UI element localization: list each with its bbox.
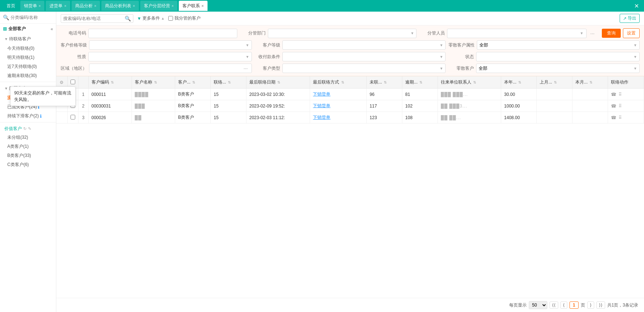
action-contact-icon[interactable]: ☎ [611,104,616,109]
action-contact-icon[interactable]: ☎ [611,115,616,120]
row-checkbox[interactable] [71,115,75,119]
pg-prev-btn[interactable]: ⟨ [560,301,567,309]
sidebar-item-ungrp[interactable]: 未分组(32) [0,133,56,142]
filter-select-region[interactable]: ··· [89,64,252,73]
nav-tab-customer-contact[interactable]: 客户联系 × [179,1,207,11]
col-unit-contact[interactable]: 往来单位联系人 ⇅ [438,76,501,89]
action-more-icon[interactable]: ⠿ [619,104,622,109]
filter-select-retail-attr[interactable]: 全部 ▼ [477,40,640,50]
person-dots-btn[interactable]: ··· [589,31,596,36]
table-row: 3 000026 ██ B类客户 15 2023-02-03 11:12: 下销… [56,112,644,123]
filter-select-status[interactable]: ▼ [476,52,640,61]
sidebar-item-7days[interactable]: 近7天待联络(0) [0,62,56,71]
filter-field-payment: 收付款条件 ▼ [255,52,446,61]
col-this-year[interactable]: 本年... ⇅ [501,76,537,89]
col-code[interactable]: 客户编码 ⇅ [88,76,132,89]
col-overdue[interactable]: 逾期... ⇅ [402,76,438,89]
sidebar-item-c[interactable]: C类客户(6) [0,160,56,169]
action-more-icon[interactable]: ⠿ [619,115,622,120]
filter-select-customer-type[interactable]: ▼ [282,64,446,73]
sidebar-search-container: 🔍 [0,12,56,24]
col-this-month[interactable]: 本月... ⇅ [572,76,608,89]
nav-tab-analysis-close[interactable]: × [94,4,96,8]
filter-search-input[interactable] [63,16,123,21]
filter-label-person: 分管人员 [419,30,445,36]
refresh-icon[interactable]: ↻ [23,126,27,131]
export-button[interactable]: ↗ 导出 [620,14,640,23]
sidebar-item-today[interactable]: 今天待联络(0) [0,44,56,53]
nav-home[interactable]: 首页 [3,3,19,9]
filter-select-payment[interactable]: ▼ [282,52,446,61]
nav-tab-customer-tier-close[interactable]: × [172,4,174,8]
filter-field-retail-attr: 零散客户属性 全部 ▼ [448,40,640,50]
nav-tab-analysis-list-close[interactable]: × [133,4,135,8]
nav-tab-sales[interactable]: 销货单 × [20,1,44,11]
window-close-button[interactable]: ✕ [632,3,641,9]
filter-select-retail-attr-value: 全部 [479,42,488,48]
col-not-contacted[interactable]: 未联... ⇅ [367,76,402,89]
td-checkbox[interactable] [67,112,78,123]
filter-input-phone[interactable] [88,29,237,38]
action-contact-icon[interactable]: ☎ [611,92,616,97]
my-customers-check[interactable] [168,16,173,21]
col-contact[interactable]: 联络... ⇅ [211,76,246,89]
col-last-date[interactable]: 最后联络日期 ⇅ [246,76,310,89]
td-last-way[interactable]: 下销货单 [310,112,367,123]
td-code: 00030031 [88,100,132,112]
my-customers-label: 我分管的客户 [174,15,201,21]
filter-more-btn[interactable]: ▼ 更多条件 ▲ [137,15,165,21]
sidebar-group-pending[interactable]: ▼ 待联络客户 [0,34,56,44]
my-customers-checkbox[interactable]: 我分管的客户 [168,15,201,21]
filter-search-container: 🔍 [61,14,133,23]
nav-tab-purchase-close[interactable]: × [64,4,66,8]
filter-label-customer-type: 客户类型 [255,65,280,72]
filter-select-dept[interactable]: ▼ [268,29,417,38]
region-dots-btn[interactable]: ··· [242,65,249,71]
col-type[interactable]: 客户... ⇅ [175,76,211,89]
nav-tab-analysis[interactable]: 商品分析 × [72,1,100,11]
nav-tab-customer-contact-close[interactable]: × [201,4,204,8]
sidebar-item-tomorrow[interactable]: 明天待联络(1) [0,53,56,62]
col-last-way[interactable]: 最后联络方式 ⇅ [310,76,367,89]
per-page-select[interactable]: 50 100 [529,301,547,309]
filter-select-retail[interactable]: 全部 ▼ [476,64,640,73]
filter-select-customer-level[interactable]: ▼ [282,40,446,50]
info-icon-2: ℹ [40,114,42,119]
pg-last-btn[interactable]: ⟩⟩ [596,301,605,309]
sidebar-search-input[interactable] [11,15,56,20]
sidebar-group-value[interactable]: 价值客户 ↻ ✎ [0,124,56,133]
filter-select-price-level[interactable]: ▼ [89,40,252,50]
td-action: ☎ ⠿ [608,89,644,100]
td-num: 2 [78,100,88,112]
filter-field-customer-type: 客户类型 ▼ [255,64,446,73]
action-more-icon[interactable]: ⠿ [619,92,622,97]
per-page-label: 每页显示 [509,302,527,308]
filter-select-nature[interactable]: ▼ [88,52,252,61]
td-num: 3 [78,112,88,123]
pg-first-btn[interactable]: ⟨⟨ [550,301,558,309]
sidebar-item-overdue[interactable]: 逾期未联络(30) [0,71,56,80]
select-all-checkbox[interactable] [71,80,75,84]
query-button[interactable]: 查询 [602,29,621,38]
edit-icon[interactable]: ✎ [28,126,31,131]
filter-label-price-level: 客户价格等级 [61,42,87,48]
nav-tab-customer-tier[interactable]: 客户分层经营 × [140,1,177,11]
filter-row-3: 性质 ▼ 收付款条件 ▼ 状态 [61,52,640,61]
sidebar-item-b[interactable]: B类客户(33) [0,151,56,160]
td-last-way[interactable]: 下销货单 [310,100,367,112]
sidebar-item-declining[interactable]: 持续下滑客户(2) ℹ [0,112,56,121]
filter-select-person[interactable]: ▼ [447,29,587,38]
filter-search-button[interactable]: 🔍 [125,16,131,21]
col-name[interactable]: 客户名称 ⇅ [132,76,175,89]
settings-button[interactable]: 设置 [623,28,640,38]
nav-tab-purchase[interactable]: 进货单 × [46,1,70,11]
table-body: 1 000011 ████ B类客户 15 2023-03-02 10:30: … [56,89,644,123]
filter-field-person: 分管人员 ▼ ··· [419,29,596,38]
td-last-way[interactable]: 下销货单 [310,89,367,100]
col-last-month[interactable]: 上月... ⇅ [537,76,572,89]
pg-next-btn[interactable]: ⟩ [587,301,594,309]
sidebar-item-a[interactable]: A类客户(1) [0,142,56,151]
sidebar-all-customers[interactable]: ⊞ 全部客户 « [0,24,56,34]
nav-tab-sales-close[interactable]: × [39,4,41,8]
nav-tab-analysis-list[interactable]: 商品分析列表 × [101,1,138,11]
